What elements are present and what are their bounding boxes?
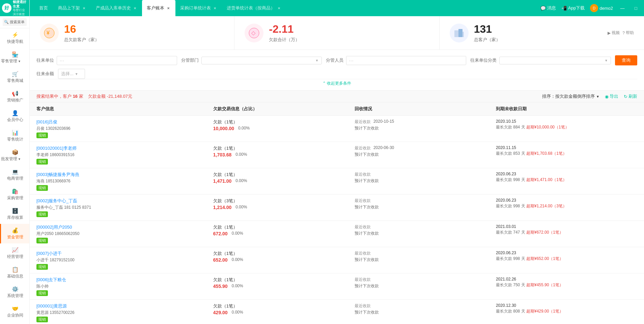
customer-name-0002[interactable]: [0002]服务中心_丁磊 — [36, 198, 213, 204]
tab-close-purchase-product-stats[interactable]: ✕ — [277, 6, 281, 10]
customer-tag-0016: 现销 — [36, 132, 48, 138]
overdue-link-0016[interactable]: 超期¥10,000.00（1笔） — [526, 125, 569, 129]
tab-purchase-stats[interactable]: 采购订单统计表 ✕ — [175, 0, 222, 16]
help-btn[interactable]: ? 帮助 — [622, 30, 634, 36]
sidebar-search-area: 🔍 搜索菜单 — [0, 16, 29, 28]
svg-rect-5 — [458, 29, 463, 37]
customer-name-0016[interactable]: [0016]吕俊 — [36, 119, 213, 125]
tab-close-products-shelf[interactable]: ✕ — [82, 6, 86, 10]
customer-tag-0007: 现销 — [36, 264, 48, 270]
customer-name-0001020001[interactable]: [0001020001]李老师 — [36, 145, 213, 151]
sidebar-item-basic-info[interactable]: 📋 基础信息 — [0, 263, 29, 283]
sidebar-item-new-guide[interactable]: 🎯 新手引导 — [0, 322, 29, 324]
supplier-label: 往来单位 — [36, 57, 54, 63]
sidebar-item-retail-mgmt[interactable]: 🏪 零售管理 ▼ — [0, 48, 29, 67]
overdue-link-0003[interactable]: 超期¥1,471.00（1笔） — [526, 177, 567, 182]
chevron-down-icon2: ▼ — [18, 157, 21, 161]
overdue-link-0002[interactable]: 超期¥1,214.00（3笔） — [526, 204, 567, 208]
user-avatar-button[interactable]: D demo2 — [590, 4, 613, 12]
customer-name-000001[interactable]: [000001]黄思源 — [36, 303, 213, 309]
tab-purchase-product-stats[interactable]: 进货单统计表（按商品） ✕ — [222, 0, 286, 16]
tab-home[interactable]: 首页 — [34, 0, 53, 16]
table-row: [0006]去下粮仓 陈小帅 现销 欠款（1笔） 455.90 0.00% 最 — [30, 273, 644, 300]
debt-total-label: 欠款合计（万） — [269, 37, 300, 43]
sort-selector[interactable]: 排序：按欠款金额倒序排序 ▼ — [542, 93, 599, 99]
tab-production-history[interactable]: 产成品入库单历史 ✕ — [91, 0, 142, 16]
sidebar-item-purchase-mgmt[interactable]: 🛍️ 采购管理 — [0, 185, 29, 204]
balance-select[interactable]: 选择... ▼ — [58, 69, 85, 79]
stat-icon-debt-total: ◇ — [245, 24, 263, 42]
search-menu-button[interactable]: 🔍 搜索菜单 — [3, 18, 27, 26]
stat-info-debt-total: -2.11 欠款合计（万） — [269, 23, 300, 43]
sidebar-item-batch-mgmt[interactable]: 📦 批发管理 ▼ — [0, 146, 29, 165]
collapse-filters-button[interactable]: ⌃ 收起更多条件 — [36, 79, 637, 88]
win-max-button[interactable]: □ — [632, 4, 640, 12]
app-name: 畅捷通好生意 母婴行业演示账套 — [13, 0, 27, 17]
overdue-link-000002[interactable]: 超期¥672.00（1笔） — [526, 230, 563, 235]
person-label: 分管人员 — [326, 57, 343, 63]
sidebar-item-sys-mgmt[interactable]: ⚙️ 系统管理 — [0, 283, 29, 302]
tab-close-customer-account[interactable]: ✕ — [166, 6, 171, 10]
overdue-info-0002: 2020.06.23 最长欠款 998 天 超期¥1,214.00（3笔） — [496, 198, 637, 209]
customer-info-0016: [0016]吕俊 吕俊 13026203696 现销 — [36, 119, 213, 138]
sidebar-item-marketing[interactable]: 📢 营销推广 — [0, 87, 29, 107]
chevron-down-icon-dept: ▼ — [315, 59, 319, 62]
supplier-input[interactable]: ··· — [57, 56, 177, 65]
logo-icon: 好 — [2, 3, 11, 13]
filter-group-category: 往来单位分类 ▼ — [470, 57, 611, 64]
sidebar-item-member[interactable]: 👤 会员中心 — [0, 107, 29, 126]
stat-card-debt-customers: ¥ 16 总欠款客户（家） — [30, 16, 234, 50]
svg-text:◇: ◇ — [251, 30, 256, 36]
dept-select[interactable]: ▼ — [201, 57, 322, 64]
sidebar-item-ecom-mgmt[interactable]: 💻 电商管理 — [0, 165, 29, 185]
collapse-icon: ⌃ — [323, 81, 326, 86]
supplier-dots: ··· — [60, 58, 64, 63]
debt-info-0002: 欠款（3笔） 1,214.00 0.00% — [213, 198, 355, 210]
overdue-link-0007[interactable]: 超期¥652.00（1笔） — [526, 256, 563, 261]
sidebar-item-capital-mgmt[interactable]: 💰 资金管理 — [0, 224, 29, 243]
results-count: 16 — [73, 94, 78, 99]
table-row-0003: [0003]畅捷服务尹海燕 海燕 18513066976 现销 欠款（1笔） 1… — [30, 168, 644, 194]
overdue-link-0006[interactable]: 超期¥455.90（1笔） — [526, 283, 563, 287]
customer-name-0007[interactable]: [0007]小进千 — [36, 251, 213, 257]
overdue-info-0016: 2020.10.15 最长欠款 884 天 超期¥10,000.00（1笔） — [496, 119, 637, 130]
stat-card-debt-total: ◇ -2.11 欠款合计（万） — [234, 16, 439, 50]
recovery-info-000002: 最近收款 预计下次收款 — [355, 224, 496, 237]
person-input[interactable]: ··· — [346, 56, 467, 65]
overdue-link-000001[interactable]: 超期¥429.00（1笔） — [526, 309, 563, 314]
recovery-info-0003: 最近收款 预计下次收款 — [355, 172, 496, 184]
customer-name-0003[interactable]: [0003]畅捷服务尹海燕 — [36, 172, 213, 178]
tab-customer-account[interactable]: 客户账本 ✕ — [142, 0, 175, 16]
video-btn[interactable]: ▶ 视频 — [608, 30, 620, 36]
tab-close-purchase-stats[interactable]: ✕ — [213, 6, 217, 10]
overdue-info-000001: 2020.12.30 最长欠款 808 天 超期¥429.00（1笔） — [496, 303, 637, 314]
tab-products-shelf[interactable]: 商品上下架 ✕ — [53, 0, 91, 16]
chevron-down-icon-category: ▼ — [605, 59, 608, 62]
sidebar-item-retail-stats[interactable]: 📊 零售统计 — [0, 126, 29, 146]
sidebar-item-retail-mall[interactable]: 🛒 零售商城 — [0, 67, 29, 87]
sidebar-item-quick-nav[interactable]: ⚡ 快捷导航 — [0, 28, 29, 48]
sidebar-item-corp-collab[interactable]: 🤝 企业协同 — [0, 302, 29, 322]
export-button[interactable]: ◉ 导出 — [605, 93, 618, 99]
table-area: 客户信息 欠款交易信息（占比） 回收情况 到期未收款日期 [0016]吕俊 吕俊… — [30, 102, 644, 324]
category-select[interactable]: ▼ — [499, 57, 611, 64]
app-download-button[interactable]: 📲 App下载 — [561, 5, 585, 11]
results-actions: 排序：按欠款金额倒序排序 ▼ ◉ 导出 ↻ 刷新 — [542, 93, 637, 99]
win-min-button[interactable]: — — [618, 4, 626, 12]
message-button[interactable]: 💬 消息 — [540, 5, 556, 11]
chevron-down-icon-sort: ▼ — [596, 95, 599, 98]
customer-name-0006[interactable]: [0006]去下粮仓 — [36, 277, 213, 283]
customer-name-000002[interactable]: [000002]用户2050 — [36, 224, 213, 230]
table-row: [0007]小进千 小进千 18279152100 现销 欠款（1笔） 652.… — [30, 247, 644, 273]
overdue-link-0001020001[interactable]: 超期¥1,703.68（1笔） — [526, 151, 567, 156]
filter-area: 往来单位 ··· 分管部门 ▼ 分管人员 ··· — [30, 50, 644, 91]
search-button[interactable]: 查询 — [615, 55, 637, 65]
ecom-mgmt-icon: 💻 — [1, 169, 29, 175]
dept-label: 分管部门 — [181, 57, 199, 63]
sidebar-item-ops-mgmt[interactable]: 📈 经营管理 — [0, 243, 29, 263]
tab-close-production-history[interactable]: ✕ — [133, 6, 137, 10]
refresh-button[interactable]: ↻ 刷新 — [624, 93, 637, 99]
sidebar-item-inventory[interactable]: 🗄️ 库存核算 — [0, 204, 29, 224]
recovery-info-0006: 最近收款 预计下次收款 — [355, 277, 496, 290]
app-logo: 好 畅捷通好生意 母婴行业演示账套 — [0, 0, 29, 16]
